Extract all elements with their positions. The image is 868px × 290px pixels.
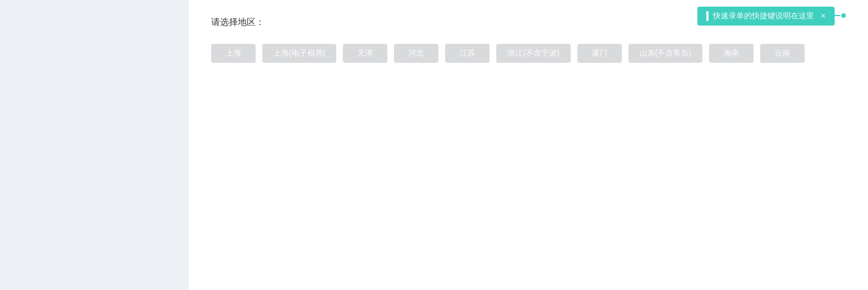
tooltip-banner: 快速录单的快捷键说明在这里 × [697,7,835,26]
region-btn-jiangsu[interactable]: 江苏 [445,44,490,63]
region-btn-hebei[interactable]: 河北 [394,44,438,63]
region-btn-shanghai-etax[interactable]: 上海(电子税局) [262,44,336,63]
close-icon[interactable]: × [821,11,826,21]
sidebar [0,0,189,290]
region-btn-yunnan[interactable]: 云南 [760,44,805,63]
region-buttons: 上海上海(电子税局)天津河北江苏浙江(不含宁波)厦门山东(不含青岛)海南云南 [211,44,846,63]
main-content: 请选择地区： 上海上海(电子税局)天津河北江苏浙江(不含宁波)厦门山东(不含青岛… [189,0,868,290]
region-btn-zhejiang[interactable]: 浙江(不含宁波) [496,44,570,63]
region-btn-shandong[interactable]: 山东(不含青岛) [628,44,702,63]
tooltip-dot [840,12,847,19]
region-btn-shanghai[interactable]: 上海 [211,44,256,63]
region-btn-tianjin[interactable]: 天津 [343,44,387,63]
region-btn-hainan[interactable]: 海南 [709,44,754,63]
region-btn-xiamen[interactable]: 厦门 [577,44,622,63]
tooltip-text: 快速录单的快捷键说明在这里 [713,11,814,21]
tooltip-bar [706,11,709,21]
